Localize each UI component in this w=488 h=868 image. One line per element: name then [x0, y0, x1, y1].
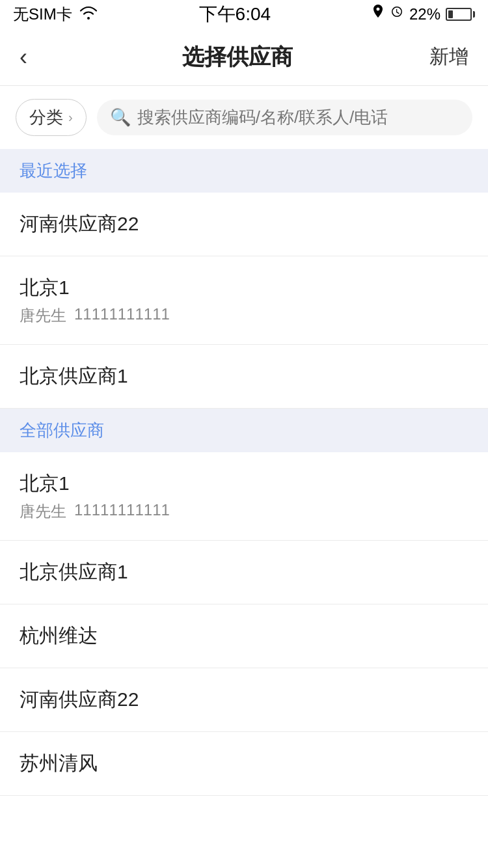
- item-sub: 唐先生11111111111: [20, 501, 468, 522]
- recent-section-label: 最近选择: [20, 161, 87, 180]
- item-phone: 11111111111: [74, 501, 170, 522]
- list-item[interactable]: 河南供应商22: [0, 668, 488, 732]
- item-name: 河南供应商22: [20, 211, 468, 237]
- list-item[interactable]: 杭州维达: [0, 604, 488, 668]
- item-name: 河南供应商22: [20, 686, 468, 713]
- category-label: 分类: [29, 106, 63, 129]
- list-item[interactable]: 苏州清风: [0, 732, 488, 796]
- location-icon: [372, 5, 385, 24]
- status-right-area: 22%: [372, 5, 475, 24]
- item-contact: 唐先生: [20, 305, 66, 326]
- nav-bar: ‹ 选择供应商 新增: [0, 29, 488, 86]
- recent-list: 河南供应商22北京1唐先生11111111111北京供应商1: [0, 193, 488, 409]
- item-name: 杭州维达: [20, 623, 468, 649]
- wifi-icon: [79, 5, 98, 23]
- all-section-header: 全部供应商: [0, 409, 488, 452]
- carrier-label: 无SIM卡: [13, 4, 72, 25]
- search-input-wrap: 🔍: [97, 100, 472, 135]
- battery-percent: 22%: [409, 5, 441, 23]
- list-item[interactable]: 北京1唐先生11111111111: [0, 256, 488, 345]
- battery-icon: [446, 8, 475, 21]
- search-input[interactable]: [137, 107, 459, 128]
- item-phone: 11111111111: [74, 305, 170, 326]
- search-bar: 分类 › 🔍: [0, 86, 488, 149]
- status-carrier-area: 无SIM卡: [13, 4, 98, 25]
- item-name: 北京供应商1: [20, 559, 468, 586]
- status-bar: 无SIM卡 下午6:04 22%: [0, 0, 488, 29]
- page-title: 选择供应商: [59, 42, 416, 72]
- item-name: 北京供应商1: [20, 363, 468, 390]
- item-name: 苏州清风: [20, 750, 468, 777]
- alarm-icon: [390, 5, 404, 23]
- list-item[interactable]: 北京1唐先生11111111111: [0, 452, 488, 541]
- item-name: 北京1: [20, 275, 468, 301]
- add-button[interactable]: 新增: [416, 44, 468, 70]
- list-item[interactable]: 北京供应商1: [0, 345, 488, 409]
- list-item[interactable]: 北京供应商1: [0, 541, 488, 604]
- category-button[interactable]: 分类 ›: [16, 99, 87, 136]
- all-list: 北京1唐先生11111111111北京供应商1杭州维达河南供应商22苏州清风: [0, 452, 488, 796]
- all-section-label: 全部供应商: [20, 420, 104, 440]
- list-item[interactable]: 河南供应商22: [0, 193, 488, 256]
- item-name: 北京1: [20, 470, 468, 497]
- status-time: 下午6:04: [199, 2, 271, 27]
- item-contact: 唐先生: [20, 501, 66, 522]
- back-button[interactable]: ‹: [20, 44, 59, 71]
- item-sub: 唐先生11111111111: [20, 305, 468, 326]
- recent-section-header: 最近选择: [0, 149, 488, 193]
- chevron-right-icon: ›: [68, 110, 73, 125]
- search-icon: 🔍: [110, 107, 131, 128]
